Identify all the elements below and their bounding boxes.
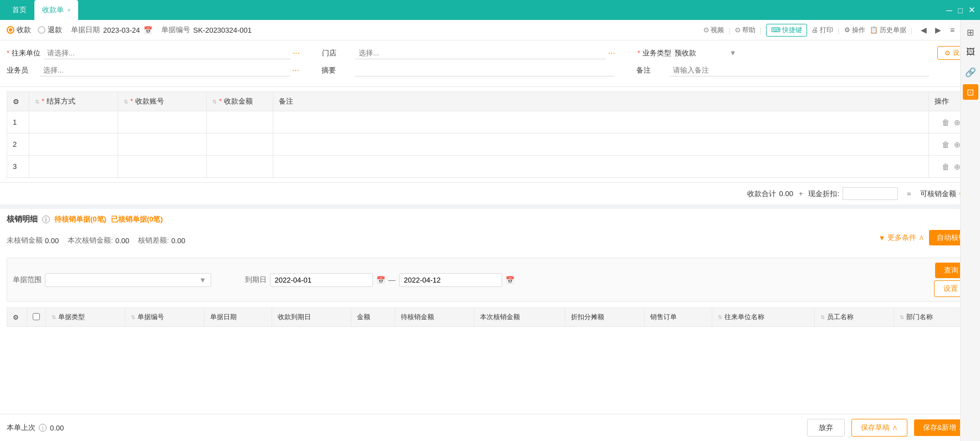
calendar-to-icon[interactable]: 📅 [506, 276, 514, 284]
ops-label: 操作 [852, 25, 865, 35]
row-amount-1[interactable] [207, 111, 273, 134]
note-label: 备注 [636, 65, 670, 75]
writeoff-info-icon[interactable]: i [42, 216, 50, 223]
note-input[interactable] [670, 64, 929, 76]
th-settings[interactable]: ⚙ [7, 92, 29, 111]
bth-doc-date: 单据日期 [204, 308, 272, 327]
bth-sales-order: 销售订单 [644, 308, 712, 327]
row-remark-1[interactable] [273, 111, 929, 134]
row-amount-2[interactable] [207, 134, 273, 156]
print-icon: 🖨 [811, 26, 818, 34]
bth-due-date: 收款到期日 [272, 308, 351, 327]
home-tab[interactable]: 首页 [4, 0, 34, 20]
row-account-3[interactable] [118, 156, 207, 178]
shortcut-label: 快捷键 [782, 25, 802, 35]
row-settlement-1[interactable] [29, 111, 118, 134]
range-dropdown-icon[interactable]: ▼ [199, 276, 206, 284]
win-min-icon[interactable]: ─ [946, 6, 952, 15]
receipt-tab[interactable]: 收款单 × [34, 0, 78, 20]
bth-current: 本次核销金额 [474, 308, 565, 327]
current-label: 本次核销金额: [68, 235, 113, 245]
layout-next-btn[interactable]: ▶ [931, 23, 945, 37]
history-action[interactable]: 📋 历史单据 [870, 25, 906, 35]
discard-button[interactable]: 放弃 [807, 419, 845, 437]
table-section: ⚙ ⇅ 结算方式 ⇅ 收款账号 [0, 87, 980, 183]
refund-radio-item[interactable]: 退款 [38, 25, 62, 35]
summary-input[interactable] [355, 64, 614, 76]
row-account-2[interactable] [118, 134, 207, 156]
salesman-more-icon[interactable]: ··· [292, 65, 299, 75]
calendar-icon[interactable]: 📅 [144, 26, 152, 34]
pending-tab[interactable]: 待核销单据(0笔) [54, 214, 106, 224]
print-action[interactable]: 🖨 打印 [811, 25, 833, 35]
receipt-radio-item[interactable]: 收款 [7, 25, 31, 35]
row-no-3: 3 [7, 156, 29, 178]
cash-discount-field: 现金折扣: [808, 187, 898, 200]
cash-discount-input[interactable] [843, 187, 898, 200]
date-to-input[interactable] [399, 273, 502, 287]
layout-prev-btn[interactable]: ◀ [917, 23, 930, 37]
date-filter: 到期日 📅 — 📅 [245, 273, 696, 287]
row-settlement-3[interactable] [29, 156, 118, 178]
layout-list-btn[interactable]: ≡ [946, 23, 959, 37]
bth-partner: ⇅往来单位名称 [712, 308, 814, 327]
more-conditions-btn[interactable]: ▼ 更多条件 ∧ [879, 233, 925, 243]
shortcut-action[interactable]: ⌨ 快捷键 [766, 24, 807, 37]
table-settings-icon[interactable]: ⚙ [13, 98, 19, 106]
win-close-icon[interactable]: ✕ [968, 5, 976, 15]
receipt-type-radio: 收款 退款 [7, 25, 62, 35]
bth-pending: 待核销金额 [395, 308, 474, 327]
help-action[interactable]: ⊙ 帮助 [735, 25, 756, 35]
panel-image-icon[interactable]: 🖼 [963, 44, 978, 60]
done-tab[interactable]: 已核销单据(0笔) [111, 214, 163, 224]
bth-settings[interactable]: ⚙ [7, 308, 27, 327]
counterparty-input[interactable] [44, 47, 290, 59]
ops-action[interactable]: ⚙ 操作 [844, 25, 865, 35]
date-from-input[interactable] [270, 273, 373, 287]
counterparty-more-icon[interactable]: ··· [293, 48, 300, 58]
row-delete-2[interactable]: 🗑 [942, 140, 950, 149]
total-amount: 收款合计 0.00 [747, 189, 793, 199]
store-more-icon[interactable]: ··· [608, 48, 615, 58]
th-amount: ⇅ 收款金额 [207, 92, 273, 111]
calendar-from-icon[interactable]: 📅 [376, 276, 385, 284]
panel-link-icon[interactable]: 🔗 [963, 64, 978, 80]
row-delete-1[interactable]: 🗑 [942, 118, 950, 127]
store-input[interactable] [355, 47, 606, 59]
video-action[interactable]: ⊙ 视频 [703, 25, 724, 35]
close-tab-icon[interactable]: × [67, 7, 70, 13]
equal-sign: = [907, 189, 911, 198]
summary-field: 摘要 [321, 64, 614, 76]
row-amount-3[interactable] [207, 156, 273, 178]
writeoff-toolbar: ▼ 更多条件 ∧ 自动核销 [879, 230, 974, 245]
receipt-radio-label: 收款 [17, 25, 31, 35]
row-account-1[interactable] [118, 111, 207, 134]
win-max-icon[interactable]: □ [958, 6, 963, 15]
save-draft-button[interactable]: 保存草稿 ∧ [851, 419, 907, 437]
th-settlement: ⇅ 结算方式 [29, 92, 118, 111]
info-icon[interactable]: i [39, 424, 47, 432]
video-icon: ⊙ [703, 26, 709, 34]
row-remark-2[interactable] [273, 134, 929, 156]
row-delete-3[interactable]: 🗑 [942, 162, 950, 171]
row-settlement-2[interactable] [29, 134, 118, 156]
biz-type-dropdown-icon[interactable]: ▼ [729, 49, 737, 57]
row-remark-3[interactable] [273, 156, 929, 178]
filter-icon: ▼ [879, 234, 886, 242]
unreconciled-label: 未核销金额 [7, 235, 43, 245]
net-label: 可核销金额 [920, 189, 956, 199]
bth-checkbox[interactable] [27, 308, 46, 327]
row-copy-1[interactable]: ⊕ [954, 118, 961, 127]
biz-type-value: 预收款 [675, 48, 696, 58]
row-copy-3[interactable]: ⊕ [954, 162, 961, 171]
help-label: 帮助 [742, 25, 756, 35]
salesman-input[interactable] [40, 64, 290, 76]
current-value: 0.00 [115, 237, 129, 245]
panel-scan-icon[interactable]: ⊡ [963, 84, 978, 100]
select-all-checkbox[interactable] [33, 313, 40, 320]
row-copy-2[interactable]: ⊕ [954, 140, 961, 149]
panel-table-icon[interactable]: ⊞ [963, 24, 978, 40]
doc-no-field: 单据编号 SK-20230324-001 [161, 25, 252, 35]
store-field: 门店 ··· [322, 47, 615, 59]
refund-radio-label: 退款 [48, 25, 62, 35]
